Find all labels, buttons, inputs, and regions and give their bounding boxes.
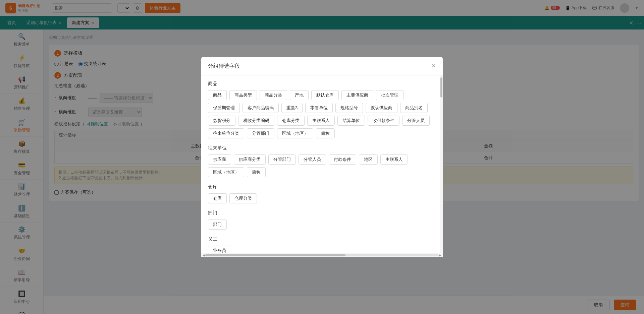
hscroll-track — [205, 254, 439, 256]
modal-overlay: 分组待选字段 ✕ 商品 商品 商品类型 商品分类 产地 默认仓库 主要供应商 批… — [0, 0, 644, 314]
modal: 分组待选字段 ✕ 商品 商品 商品类型 商品分类 产地 默认仓库 主要供应商 批… — [201, 57, 443, 257]
hscroll-thumb — [205, 254, 345, 256]
dept-chips: 部门 — [208, 219, 433, 230]
field-section-employee: 员工 业务员 — [208, 236, 433, 253]
chip-dept[interactable]: 部门 — [208, 219, 227, 230]
modal-header: 分组待选字段 ✕ — [201, 57, 443, 75]
partner-section-title: 往来单位 — [208, 145, 433, 151]
chip-employee[interactable]: 业务员 — [208, 246, 231, 253]
chip-expiry-manage[interactable]: 保质期管理 — [208, 103, 240, 113]
chip-spec-model[interactable]: 规格型号 — [335, 103, 363, 113]
modal-close-button[interactable]: ✕ — [431, 62, 436, 70]
chip-goods-type[interactable]: 商品类型 — [229, 90, 257, 100]
chip-payment-terms[interactable]: 收付款条件 — [368, 116, 399, 126]
field-section-dept: 部门 部门 — [208, 210, 433, 230]
modal-body: 商品 商品 商品类型 商品分类 产地 默认仓库 主要供应商 批次管理 保质期管理… — [201, 75, 440, 253]
chip-short-name-partner[interactable]: 简称 — [247, 167, 266, 177]
modal-vscrollbar[interactable] — [440, 75, 443, 253]
chip-customer-code[interactable]: 客户商品编码 — [243, 103, 279, 113]
chip-short-name-goods[interactable]: 简称 — [316, 128, 335, 138]
warehouse-chips: 仓库 仓库分类 — [208, 193, 433, 203]
chip-default-supplier[interactable]: 默认供应商 — [366, 103, 397, 113]
chip-warehouse[interactable]: 仓库 — [208, 193, 227, 203]
warehouse-section-title: 仓库 — [208, 184, 433, 190]
chip-manage-dept[interactable]: 分管部门 — [247, 128, 274, 138]
goods-section-title: 商品 — [208, 81, 433, 87]
field-section-partner: 往来单位 供应商 供应商分类 分管部门 分管人员 付款条件 地区 主联系人 区域… — [208, 145, 433, 177]
modal-hscrollbar[interactable]: ◀ ▶ — [201, 253, 443, 257]
chip-tax-code[interactable]: 税收分类编码 — [238, 116, 274, 126]
chip-main-contact[interactable]: 主联系人 — [307, 116, 335, 126]
chip-region-partner[interactable]: 地区 — [359, 154, 378, 165]
modal-title: 分组待选字段 — [208, 63, 240, 70]
chip-settlement-unit[interactable]: 结算单位 — [337, 116, 365, 126]
chip-partner-dept[interactable]: 分管部门 — [268, 154, 296, 165]
chip-warehouse-cat[interactable]: 仓库分类 — [229, 193, 257, 203]
chip-supplier[interactable]: 供应商 — [208, 154, 231, 165]
chip-goods-category[interactable]: 商品分类 — [260, 90, 287, 100]
chip-batch-manage[interactable]: 批次管理 — [376, 90, 404, 100]
chip-partner-category[interactable]: 往来单位分类 — [208, 128, 244, 138]
chip-refine-points[interactable]: 炼货积分 — [208, 116, 235, 126]
chip-default-warehouse[interactable]: 默认仓库 — [311, 90, 339, 100]
goods-chips: 商品 商品类型 商品分类 产地 默认仓库 主要供应商 批次管理 保质期管理 客户… — [208, 90, 433, 138]
dept-section-title: 部门 — [208, 210, 433, 216]
employee-chips: 业务员 — [208, 246, 433, 253]
chip-contact-partner[interactable]: 主联系人 — [380, 154, 408, 165]
vscroll-thumb — [440, 77, 442, 98]
employee-section-title: 员工 — [208, 236, 433, 242]
chip-area-partner[interactable]: 区域（地区） — [208, 167, 244, 177]
chip-main-supplier[interactable]: 主要供应商 — [341, 90, 373, 100]
chip-manager[interactable]: 分管人员 — [402, 116, 430, 126]
chip-retail-unit[interactable]: 零售单位 — [305, 103, 333, 113]
hscroll-right-arrow[interactable]: ▶ — [439, 253, 441, 257]
chip-region-goods[interactable]: 区域（地区） — [277, 128, 313, 138]
chip-payment-condition[interactable]: 付款条件 — [329, 154, 356, 165]
modal-body-wrapper: 商品 商品 商品类型 商品分类 产地 默认仓库 主要供应商 批次管理 保质期管理… — [201, 75, 443, 253]
chip-warehouse-category[interactable]: 仓库分类 — [277, 116, 305, 126]
chip-origin[interactable]: 产地 — [290, 90, 309, 100]
chip-partner-manager[interactable]: 分管人员 — [299, 154, 326, 165]
field-section-goods: 商品 商品 商品类型 商品分类 产地 默认仓库 主要供应商 批次管理 保质期管理… — [208, 81, 433, 138]
chip-supplier-category[interactable]: 供应商分类 — [234, 154, 266, 165]
chip-goods[interactable]: 商品 — [208, 90, 227, 100]
chip-weight3[interactable]: 重量3 — [281, 103, 303, 113]
hscroll-left-arrow[interactable]: ◀ — [203, 253, 205, 257]
field-section-warehouse: 仓库 仓库 仓库分类 — [208, 184, 433, 203]
partner-chips: 供应商 供应商分类 分管部门 分管人员 付款条件 地区 主联系人 区域（地区） … — [208, 154, 433, 177]
chip-goods-alias[interactable]: 商品别名 — [400, 103, 428, 113]
